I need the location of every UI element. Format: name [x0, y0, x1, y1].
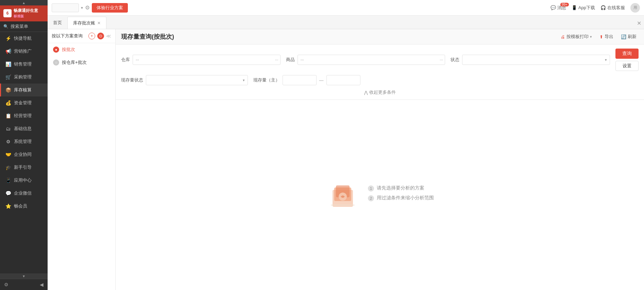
collapse-label: 收起更多条件 [369, 89, 396, 95]
product-filter-group: 商品 ··· [286, 55, 445, 65]
collapse-panel-icon[interactable]: ≪ [106, 33, 111, 39]
product-input-wrapper: ··· [298, 55, 445, 65]
tab-home[interactable]: 首页 [48, 17, 67, 29]
sidebar-item-quick-nav[interactable]: ⚡ 快捷导航 [0, 32, 48, 45]
avatar: 用 [630, 3, 640, 13]
topbar-gear-icon[interactable]: ⚙ [85, 4, 90, 11]
export-label: 导出 [605, 34, 613, 40]
scheme-label-batch: 按批次 [62, 47, 75, 53]
manage-scheme-btn[interactable]: ⊙ [97, 33, 104, 39]
collapse-more-btn[interactable]: ⋀ 收起更多条件 [121, 89, 639, 95]
qty-separator: — [319, 78, 324, 83]
sidebar-item-sales[interactable]: 📊 销售管理 [0, 58, 48, 71]
svg-rect-4 [331, 204, 355, 206]
sidebar-item-purchase[interactable]: 🛒 采购管理 [0, 71, 48, 84]
sidebar-item-label: 系统管理 [14, 139, 32, 145]
basic-icon: 🗂 [5, 126, 11, 132]
sidebar-item-inventory[interactable]: 📦 库存核算 [0, 84, 48, 96]
chevron-down-icon[interactable]: ▾ [81, 5, 83, 10]
tab-close-icon[interactable]: ✕ [97, 21, 101, 25]
sidebar-scroll-up[interactable]: ▲ [0, 0, 48, 5]
page-header: 现存量查询(按批次) 🖨 按模板打印 ▾ ⬆ 导出 🔄 刷新 [116, 29, 644, 44]
status-select[interactable]: ▾ [462, 55, 610, 65]
finance-icon: 💰 [5, 100, 11, 106]
warehouse-input[interactable] [133, 55, 281, 65]
settings-icon[interactable]: ⚙ [4, 282, 9, 287]
action-buttons: 查询 设置 [615, 49, 639, 71]
tabbar-global-close[interactable]: ✕ [637, 20, 641, 26]
print-btn[interactable]: 🖨 按模板打印 ▾ [559, 33, 594, 41]
add-scheme-btn[interactable]: + [88, 33, 95, 39]
tab-inventory-batch[interactable]: 库存批次账 ✕ [67, 17, 106, 29]
scheme-item-batch[interactable]: ● 按批次 [48, 43, 115, 56]
sidebar-search[interactable]: 🔍 搜索菜单 [0, 21, 48, 32]
inventory-qty-filter-group: 现存量（主） — [253, 75, 380, 85]
inventory-qty-min-input[interactable] [283, 75, 317, 85]
page-header-actions: 🖨 按模板打印 ▾ ⬆ 导出 🔄 刷新 [559, 33, 639, 41]
filter-row-1: 仓库 ··· 商品 ··· [121, 49, 639, 71]
settings-button[interactable]: 设置 [615, 61, 639, 71]
topbar: ▾ ⚙ 体验行业方案 💬 消息 99+ 📱 App下载 🎧 在线客服 用 [48, 0, 644, 16]
message-icon: 💬 [550, 5, 556, 10]
user-avatar-btn[interactable]: 用 [630, 3, 640, 13]
inventory-qty-label: 现存量（主） [253, 77, 280, 83]
topbar-search-input[interactable] [52, 3, 79, 12]
product-input[interactable] [298, 55, 445, 65]
sidebar-item-marketing[interactable]: 📢 营销推广 [0, 45, 48, 58]
inventory-status-select[interactable]: ▾ [146, 75, 248, 85]
app-download-btn[interactable]: 📱 App下载 [572, 5, 595, 11]
messages-btn[interactable]: 💬 消息 99+ [550, 5, 566, 11]
online-service-btn[interactable]: 🎧 在线客服 [600, 5, 625, 11]
sales-icon: 📊 [5, 61, 11, 67]
sidebar-item-operation[interactable]: 📋 经营管理 [0, 109, 48, 122]
empty-state-step-2: 2 用过滤条件来缩小分析范围 [368, 195, 434, 201]
right-content: 现存量查询(按批次) 🖨 按模板打印 ▾ ⬆ 导出 🔄 刷新 [116, 29, 644, 290]
query-button[interactable]: 查询 [615, 49, 639, 59]
sidebar-item-label: 畅会员 [14, 203, 27, 209]
export-btn[interactable]: ⬆ 导出 [597, 33, 615, 41]
sidebar-scroll-down[interactable]: ▼ [0, 273, 48, 279]
sidebar-nav: ⚡ 快捷导航 📢 营销推广 📊 销售管理 🛒 采购管理 📦 库存核算 💰 资金管… [0, 32, 48, 273]
sidebar-header: 6 畅康通好生意 标准版 [0, 5, 48, 21]
inventory-status-label: 现存量状态 [121, 77, 143, 83]
trial-btn[interactable]: 体验行业方案 [92, 3, 128, 13]
collapse-icon: ⋀ [364, 90, 368, 95]
print-chevron-icon: ▾ [590, 35, 592, 39]
sidebar-item-basic[interactable]: 🗂 基础信息 [0, 122, 48, 135]
messages-badge: 99+ [560, 3, 569, 6]
operation-icon: 📋 [5, 113, 11, 119]
empty-state-illustration [326, 178, 360, 212]
warehouse-more-icon[interactable]: ··· [275, 57, 278, 62]
download-icon: 📱 [572, 5, 577, 10]
sidebar: ▲ 6 畅康通好生意 标准版 🔍 搜索菜单 ⚡ 快捷导航 📢 营销推广 📊 销售… [0, 0, 48, 290]
sidebar-item-wechat[interactable]: 💬 企业微信 [0, 187, 48, 200]
product-label: 商品 [286, 57, 295, 63]
scheme-icon-warehouse-batch: ○ [53, 59, 59, 66]
refresh-icon: 🔄 [621, 34, 626, 39]
inventory-icon: 📦 [5, 87, 11, 93]
sidebar-item-enterprise[interactable]: 🤝 企业协同 [0, 148, 48, 161]
print-label: 按模板打印 [566, 34, 589, 40]
inventory-status-filter-group: 现存量状态 ▾ [121, 75, 248, 85]
scheme-item-warehouse-batch[interactable]: ○ 按仓库+批次 [48, 56, 115, 69]
product-more-icon[interactable]: ··· [440, 57, 443, 62]
sidebar-item-system[interactable]: ⚙ 系统管理 [0, 135, 48, 148]
inventory-qty-max-input[interactable] [326, 75, 360, 85]
sidebar-item-newbie[interactable]: 🎓 新手引导 [0, 161, 48, 174]
sidebar-item-finance[interactable]: 💰 资金管理 [0, 96, 48, 109]
tab-home-label: 首页 [53, 20, 62, 26]
wechat-icon: 💬 [5, 190, 11, 196]
member-icon: ⭐ [5, 203, 11, 209]
collapse-sidebar-icon[interactable]: ◀ [40, 282, 44, 287]
step-1-circle: 1 [368, 185, 374, 192]
sidebar-item-appstore[interactable]: 📱 应用中心 [0, 174, 48, 187]
sidebar-item-member[interactable]: ⭐ 畅会员 [0, 200, 48, 213]
sidebar-item-label: 企业协同 [14, 151, 32, 158]
system-icon: ⚙ [5, 139, 11, 145]
refresh-btn[interactable]: 🔄 刷新 [619, 33, 639, 41]
content-area: 按以下方案查询 + ⊙ ≪ ● 按批次 ○ 按仓库+批次 现存量查询(按批次) [48, 29, 644, 290]
sidebar-item-label: 快捷导航 [14, 35, 32, 41]
step-2-circle: 2 [368, 195, 374, 201]
inventory-status-chevron-icon: ▾ [243, 78, 245, 83]
headset-icon: 🎧 [600, 5, 606, 10]
